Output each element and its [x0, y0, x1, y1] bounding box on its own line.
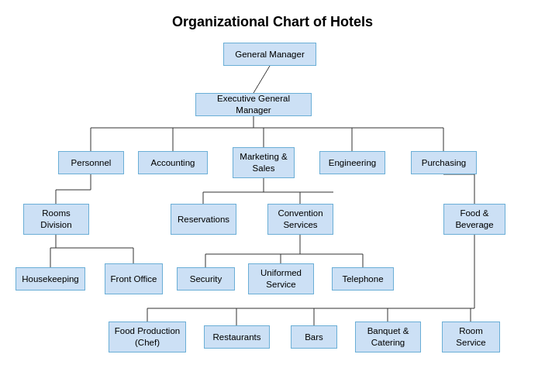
accounting-node: Accounting [138, 151, 208, 174]
restaurants-node: Restaurants [204, 325, 270, 349]
banquet-catering-node: Banquet & Catering [355, 322, 421, 352]
marketing-sales-node: Marketing & Sales [233, 147, 295, 178]
chart-container: Organizational Chart of Hotels [0, 0, 545, 392]
front-office-node: Front Office [105, 263, 163, 294]
food-production-node: Food Production (Chef) [109, 322, 186, 352]
telephone-node: Telephone [332, 267, 394, 291]
bars-node: Bars [291, 325, 337, 349]
chart-title: Organizational Chart of Hotels [0, 0, 545, 30]
personnel-node: Personnel [58, 151, 124, 174]
engineering-node: Engineering [319, 151, 385, 174]
reservations-node: Reservations [171, 204, 236, 235]
food-beverage-node: Food & Beverage [443, 204, 505, 235]
purchasing-node: Purchasing [411, 151, 477, 174]
svg-line-0 [254, 66, 270, 93]
security-node: Security [177, 267, 235, 291]
convention-services-node: Convention Services [267, 204, 333, 235]
general-manager-node: General Manager [223, 43, 316, 66]
rooms-division-node: Rooms Division [23, 204, 89, 235]
exec-general-manager-node: Executive General Manager [195, 93, 312, 116]
uniformed-service-node: Uniformed Service [248, 263, 314, 294]
housekeeping-node: Housekeeping [16, 267, 85, 291]
room-service-node: Room Service [442, 322, 500, 352]
